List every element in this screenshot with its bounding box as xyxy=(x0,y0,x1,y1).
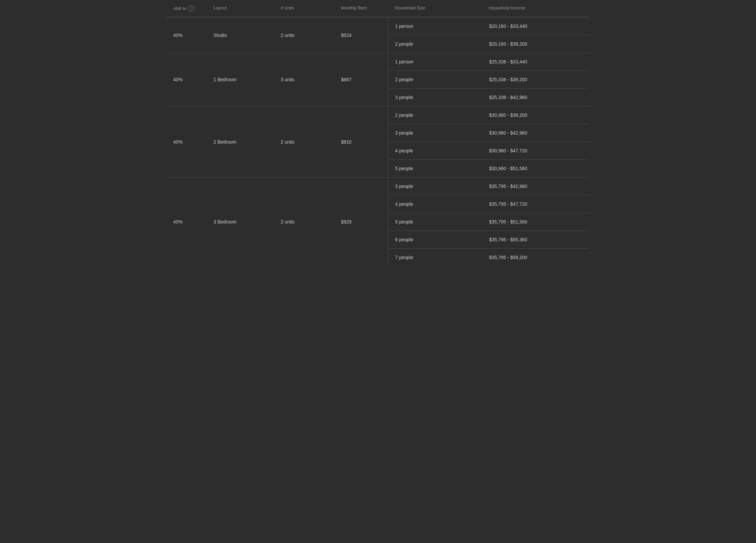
household-size-value: 7 people xyxy=(388,249,482,266)
household-size-value: 4 people xyxy=(388,142,482,159)
layout-cell: 2 Bedroom xyxy=(207,106,274,177)
household-size-value: 6 people xyxy=(388,231,482,248)
household-size-value: 5 people xyxy=(388,213,482,231)
household-size-value: 1 person xyxy=(388,53,482,70)
household-size-value: 4 people xyxy=(388,195,482,213)
household-row: 4 people$30,960 - $47,720 xyxy=(388,142,589,160)
household-row: 5 people$35,795 - $51,560 xyxy=(388,213,589,231)
group-3: 40%3 Bedroom2 units$9293 people$35,795 -… xyxy=(167,177,589,266)
household-row: 4 people$35,795 - $47,720 xyxy=(388,195,589,213)
household-income-value: $20,160 - $33,440 xyxy=(482,17,589,35)
household-income-value: $35,795 - $42,960 xyxy=(482,178,589,195)
rent-cell: $929 xyxy=(334,178,388,266)
household-size-value: 2 people xyxy=(388,71,482,88)
household-row: 5 people$30,960 - $51,560 xyxy=(388,160,589,177)
group-0: 40%Studio2 units$5241 person$20,160 - $3… xyxy=(167,17,589,53)
household-income-value: $30,960 - $47,720 xyxy=(482,142,589,159)
household-rows: 1 person$25,338 - $33,4402 people$25,338… xyxy=(388,53,589,106)
table-body: 40%Studio2 units$5241 person$20,160 - $3… xyxy=(167,17,589,266)
ami-cell: 40% xyxy=(167,17,207,53)
header-ami: AMI % ? xyxy=(173,5,214,11)
household-income-value: $35,795 - $55,360 xyxy=(482,231,589,248)
household-row: 3 people$35,795 - $42,960 xyxy=(388,178,589,195)
household-income-value: $25,338 - $42,960 xyxy=(482,89,589,106)
ami-help-icon[interactable]: ? xyxy=(188,5,194,11)
units-cell: 2 units xyxy=(274,17,334,53)
household-row: 1 person$25,338 - $33,440 xyxy=(388,53,589,71)
household-income-value: $35,795 - $59,200 xyxy=(482,249,589,266)
household-row: 3 people$30,960 - $42,960 xyxy=(388,124,589,142)
household-size-value: 3 people xyxy=(388,178,482,195)
household-income-value: $35,795 - $51,560 xyxy=(482,213,589,231)
header-layout: Layout xyxy=(214,5,281,11)
household-row: 6 people$35,795 - $55,360 xyxy=(388,231,589,249)
layout-cell: 3 Bedroom xyxy=(207,178,274,266)
group-1: 40%1 Bedroom3 units$6671 person$25,338 -… xyxy=(167,53,589,106)
units-cell: 2 units xyxy=(274,106,334,177)
household-size-value: 3 people xyxy=(388,124,482,142)
household-income-value: $30,960 - $38,200 xyxy=(482,106,589,124)
household-rows: 2 people$30,960 - $38,2003 people$30,960… xyxy=(388,106,589,177)
group-2: 40%2 Bedroom2 units$8102 people$30,960 -… xyxy=(167,106,589,177)
header-units: # Units xyxy=(281,5,341,11)
table-header: AMI % ? Layout # Units Monthly Rent Hous… xyxy=(167,0,589,17)
layout-cell: Studio xyxy=(207,17,274,53)
household-row: 7 people$35,795 - $59,200 xyxy=(388,249,589,266)
units-cell: 3 units xyxy=(274,53,334,106)
affordability-table: AMI % ? Layout # Units Monthly Rent Hous… xyxy=(167,0,589,266)
household-rows: 3 people$35,795 - $42,9604 people$35,795… xyxy=(388,178,589,266)
household-income-value: $25,338 - $33,440 xyxy=(482,53,589,70)
household-income-value: $20,160 - $38,200 xyxy=(482,35,589,53)
household-income-value: $30,960 - $42,960 xyxy=(482,124,589,142)
household-income-value: $30,960 - $51,560 xyxy=(482,160,589,177)
household-row: 3 people$25,338 - $42,960 xyxy=(388,89,589,106)
household-rows: 1 person$20,160 - $33,4402 people$20,160… xyxy=(388,17,589,53)
units-cell: 2 units xyxy=(274,178,334,266)
household-row: 2 people$20,160 - $38,200 xyxy=(388,35,589,53)
household-size-value: 2 people xyxy=(388,35,482,53)
household-size-value: 2 people xyxy=(388,106,482,124)
household-row: 1 person$20,160 - $33,440 xyxy=(388,17,589,35)
ami-cell: 40% xyxy=(167,53,207,106)
layout-cell: 1 Bedroom xyxy=(207,53,274,106)
header-household-income: Household Income xyxy=(489,5,596,11)
household-size-value: 5 people xyxy=(388,160,482,177)
rent-cell: $524 xyxy=(334,17,388,53)
rent-cell: $810 xyxy=(334,106,388,177)
ami-cell: 40% xyxy=(167,178,207,266)
ami-cell: 40% xyxy=(167,106,207,177)
household-size-value: 3 people xyxy=(388,89,482,106)
household-income-value: $25,338 - $38,200 xyxy=(482,71,589,88)
household-row: 2 people$30,960 - $38,200 xyxy=(388,106,589,124)
header-rent: Monthly Rent xyxy=(341,5,395,11)
household-row: 2 people$25,338 - $38,200 xyxy=(388,71,589,89)
household-income-value: $35,795 - $47,720 xyxy=(482,195,589,213)
household-size-value: 1 person xyxy=(388,17,482,35)
header-household-size: Household Size xyxy=(395,5,489,11)
rent-cell: $667 xyxy=(334,53,388,106)
